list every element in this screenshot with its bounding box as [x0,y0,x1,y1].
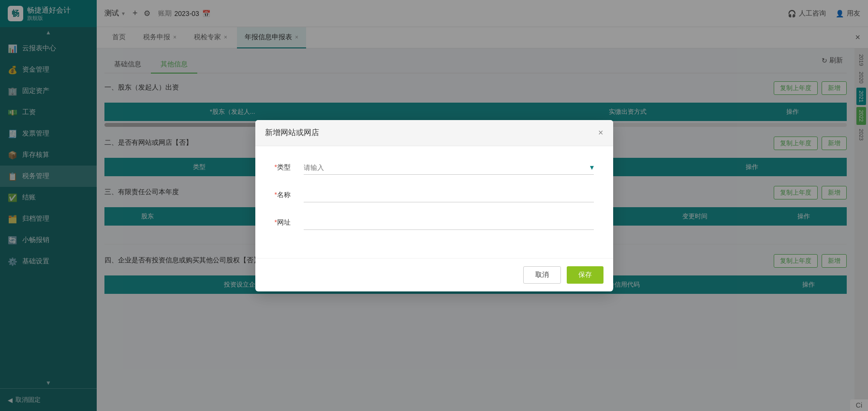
url-input[interactable] [304,216,594,230]
form-row-name: *名称 [275,188,594,202]
name-input-wrap [304,188,594,202]
form-label-type: *类型 [275,163,304,172]
modal-footer: 取消 保存 [255,258,613,291]
name-label-text: 名称 [277,191,291,198]
cancel-button[interactable]: 取消 [523,266,561,284]
type-select-wrap: ▾ [304,161,594,175]
modal-body: *类型 ▾ *名称 *网址 [255,146,613,258]
modal-title: 新增网站或网店 [265,128,319,138]
type-label-text: 类型 [277,163,291,171]
form-label-name: *名称 [275,191,304,199]
url-label-text: 网址 [277,218,291,226]
save-button[interactable]: 保存 [567,266,603,284]
form-row-type: *类型 ▾ [275,161,594,175]
modal-close-button[interactable]: × [598,128,603,137]
form-row-url: *网址 [275,216,594,230]
url-input-wrap [304,216,594,230]
form-label-url: *网址 [275,218,304,227]
type-input[interactable] [304,161,590,174]
type-dropdown-arrow[interactable]: ▾ [590,163,594,172]
modal-overlay[interactable]: 新增网站或网店 × *类型 ▾ *名称 [0,0,868,411]
name-input[interactable] [304,188,594,202]
modal-header: 新增网站或网店 × [255,120,613,146]
modal-add-website: 新增网站或网店 × *类型 ▾ *名称 [255,120,613,291]
